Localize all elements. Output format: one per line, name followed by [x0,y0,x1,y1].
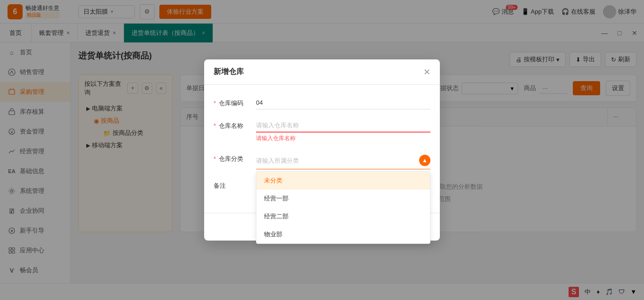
modal-add-warehouse: 新增仓库 ✕ * 仓库编码 * 仓库名称 [204,59,440,241]
category-dropdown-toggle[interactable]: ▲ [419,155,430,166]
form-control-name: 请输入仓库名称 [256,119,430,142]
dropdown-item-uncategorized[interactable]: 未分类 [256,172,430,190]
form-control-code [256,96,430,109]
warehouse-category-input[interactable] [256,157,419,164]
warehouse-code-input[interactable] [256,96,430,109]
form-label-code: * 仓库编码 [214,96,256,108]
form-label-category: * 仓库分类 [214,152,256,163]
modal-title: 新增仓库 [214,67,244,77]
modal-overlay[interactable]: 新增仓库 ✕ * 仓库编码 * 仓库名称 [0,0,644,300]
form-row-code: * 仓库编码 [214,96,430,109]
modal-close-button[interactable]: ✕ [423,68,430,76]
form-label-name: * 仓库名称 [214,119,256,130]
warehouse-name-input[interactable] [256,119,430,133]
modal-body: * 仓库编码 * 仓库名称 请输入仓库名称 [204,85,440,213]
modal-header: 新增仓库 ✕ [204,59,440,85]
form-control-category: ▲ 未分类 经营一部 经营二部 物业部 [256,152,430,169]
category-dropdown: 未分类 经营一部 经营二部 物业部 [256,171,430,244]
dropdown-item-property[interactable]: 物业部 [256,225,430,243]
name-error-message: 请输入仓库名称 [256,134,430,142]
form-row-name: * 仓库名称 请输入仓库名称 [214,119,430,142]
category-input-wrapper: ▲ [256,152,430,169]
form-row-category: * 仓库分类 ▲ 未分类 经营一部 经营二部 物业部 [214,152,430,169]
dropdown-item-dept1[interactable]: 经营一部 [256,190,430,208]
dropdown-item-dept2[interactable]: 经营二部 [256,208,430,225]
form-label-note: 备注 [214,179,256,190]
